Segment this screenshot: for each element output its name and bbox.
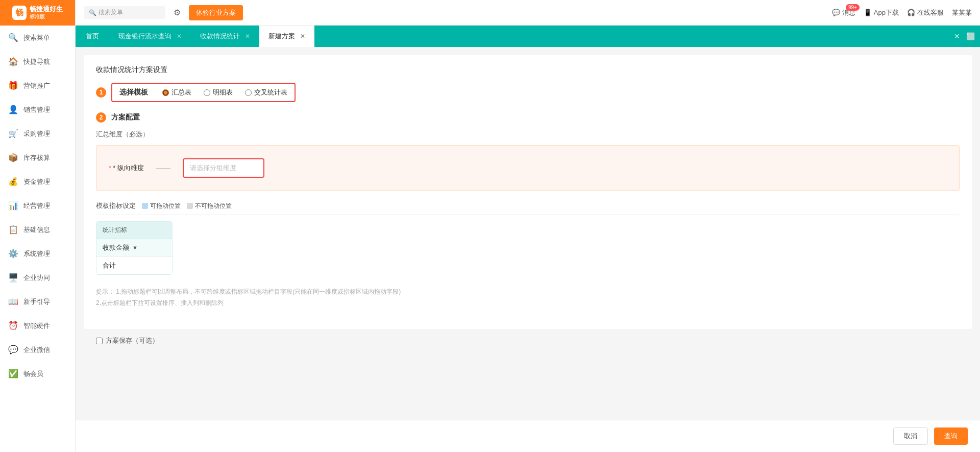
sidebar-item-system[interactable]: ⚙️ 系统管理 xyxy=(0,242,75,266)
check-icon: ✅ xyxy=(8,369,18,378)
notification-btn[interactable]: 💬 消息 99+ xyxy=(832,8,855,17)
radio-summary[interactable]: 汇总表 xyxy=(162,88,191,97)
page-content: 收款情况统计方案设置 1 选择模板 汇总表 xyxy=(76,47,980,420)
step1-header: 1 选择模板 汇总表 明细表 xyxy=(96,83,960,102)
sidebar-item-quicknav[interactable]: 🏠 快捷导航 xyxy=(0,50,75,74)
sidebar-item-basic[interactable]: 📋 基础信息 xyxy=(0,218,75,242)
step1-label: 选择模板 xyxy=(119,88,148,97)
window-controls: ✕ ⬜ xyxy=(949,32,980,40)
step1-number: 1 xyxy=(96,87,106,98)
sidebar-item-finance[interactable]: 💰 资金管理 xyxy=(0,170,75,194)
sidebar-item-member[interactable]: ✅ 畅会员 xyxy=(0,362,75,386)
sidebar-item-collab[interactable]: 🖥️ 企业协同 xyxy=(0,266,75,290)
chat-icon: 💬 xyxy=(8,345,18,354)
cart-icon: 🛒 xyxy=(8,129,18,138)
tab-close-receipts[interactable]: ✕ xyxy=(245,33,250,40)
indicator-table: 统计指标 收款金额 ▼ 合计 xyxy=(96,221,173,275)
settings-icon[interactable]: ⚙ xyxy=(174,8,181,17)
sidebar: 畅 畅捷通好生 标准版 🔍 搜索菜单 🏠 快捷导航 🎁 营销推广 👤 销售管理 … xyxy=(0,0,76,452)
headset-icon: 🎧 xyxy=(907,9,915,16)
sidebar-item-search[interactable]: 🔍 搜索菜单 xyxy=(0,26,75,50)
stats-label: 统计指标 xyxy=(96,222,172,239)
industry-btn[interactable]: 体验行业方案 xyxy=(189,5,243,20)
search-nav-icon: 🔍 xyxy=(8,33,18,42)
gear-nav-icon: ⚙️ xyxy=(8,249,18,258)
tip-1: 提示： 1.拖动标题栏可以调整布局，不可跨维度或指标区域拖动栏目字段(只能在同一… xyxy=(96,287,960,298)
user-icon: 👤 xyxy=(8,105,18,114)
sidebar-item-hardware[interactable]: ⏰ 智能硬件 xyxy=(0,314,75,338)
clock-icon: ⏰ xyxy=(8,321,18,330)
step1-section: 1 选择模板 汇总表 明细表 xyxy=(96,83,960,102)
sidebar-item-operation[interactable]: 📊 经营管理 xyxy=(0,194,75,218)
sidebar-item-marketing[interactable]: 🎁 营销推广 xyxy=(0,74,75,98)
gray-dot xyxy=(187,203,193,209)
service-btn[interactable]: 🎧 在线客服 xyxy=(907,8,944,17)
arrow-icon: —— xyxy=(156,164,170,172)
gift-icon: 🎁 xyxy=(8,81,18,90)
tip-2: 2.点击标题栏下拉可设置排序、插入列和删除列 xyxy=(96,298,960,309)
radio-detail[interactable]: 明细表 xyxy=(204,88,233,97)
footer-actions: 取消 查询 xyxy=(76,420,980,452)
dropdown-icon: ▼ xyxy=(132,245,138,251)
window-close-icon[interactable]: ✕ xyxy=(954,32,960,40)
money-icon: 💰 xyxy=(8,177,18,186)
summary-dim-label: 汇总维度（必选） xyxy=(96,130,960,139)
sidebar-item-wechat[interactable]: 💬 企业微信 xyxy=(0,338,75,362)
summary-dim-section: 汇总维度（必选） * * 纵向维度 —— 请选择分组维度 xyxy=(96,130,960,191)
topbar-actions: 💬 消息 99+ 📱 App下载 🎧 在线客服 某某某 xyxy=(832,8,972,17)
settings-card: 收款情况统计方案设置 1 选择模板 汇总表 xyxy=(84,55,972,329)
radio-cross[interactable]: 交叉统计表 xyxy=(245,88,287,97)
template-radio-group: 选择模板 汇总表 明细表 交叉统计表 xyxy=(111,83,296,102)
tab-newplan[interactable]: 新建方案 ✕ xyxy=(259,26,314,47)
sidebar-logo: 畅 畅捷通好生 标准版 xyxy=(0,0,75,26)
sidebar-item-guide[interactable]: 📖 新手引导 xyxy=(0,290,75,314)
indicator-section: 模板指标设定 可拖动位置 不可拖动位置 统计指标 xyxy=(96,201,960,276)
tab-bankflow[interactable]: 现金银行流水查询 ✕ xyxy=(109,26,191,47)
step2-section: 2 方案配置 汇总维度（必选） * * 纵向维度 —— xyxy=(96,112,960,308)
tab-home[interactable]: 首页 xyxy=(76,26,109,47)
chart-icon: 📊 xyxy=(8,201,18,210)
home-icon: 🏠 xyxy=(8,57,18,66)
content-area: 收款情况统计方案设置 1 选择模板 汇总表 xyxy=(76,47,980,452)
clipboard-icon: 📋 xyxy=(8,225,18,234)
logo-text: 畅捷通好生 标准版 xyxy=(30,5,63,20)
step2-header: 2 方案配置 xyxy=(96,112,960,123)
total-cell: 合计 xyxy=(96,256,172,274)
bell-icon: 💬 xyxy=(832,9,840,16)
vertical-label: * * 纵向维度 xyxy=(109,163,144,173)
query-button[interactable]: 查询 xyxy=(934,427,968,445)
cancel-button[interactable]: 取消 xyxy=(893,427,928,445)
window-expand-icon[interactable]: ⬜ xyxy=(966,32,975,40)
indicator-header: 模板指标设定 可拖动位置 不可拖动位置 xyxy=(96,201,960,215)
topbar: 🔍 搜索菜单 ⚙ 体验行业方案 💬 消息 99+ 📱 App下载 🎧 在线客服 … xyxy=(76,0,980,26)
draggable-badge: 可拖动位置 xyxy=(142,202,181,210)
tab-receipts[interactable]: 收款情况统计 ✕ xyxy=(191,26,259,47)
save-label: 方案保存（可选） xyxy=(106,336,159,345)
search-icon: 🔍 xyxy=(89,9,96,16)
blue-dot xyxy=(142,203,148,209)
save-option-section: 方案保存（可选） xyxy=(84,329,972,352)
user-name[interactable]: 某某某 xyxy=(952,8,972,17)
amount-cell[interactable]: 收款金额 ▼ xyxy=(96,239,172,256)
step2-number: 2 xyxy=(96,112,106,123)
monitor-icon: 🖥️ xyxy=(8,273,18,282)
sidebar-item-inventory[interactable]: 📦 库存核算 xyxy=(0,146,75,170)
step2-label: 方案配置 xyxy=(111,113,140,122)
box-icon: 📦 xyxy=(8,153,18,162)
sidebar-item-sales[interactable]: 👤 销售管理 xyxy=(0,98,75,122)
sidebar-nav: 🔍 搜索菜单 🏠 快捷导航 🎁 营销推广 👤 销售管理 🛒 采购管理 📦 库存核… xyxy=(0,26,75,452)
tab-close-bankflow[interactable]: ✕ xyxy=(177,33,182,40)
book-icon: 📖 xyxy=(8,297,18,306)
page-title: 收款情况统计方案设置 xyxy=(96,65,960,75)
tab-close-newplan[interactable]: ✕ xyxy=(300,33,305,40)
tips-section: 提示： 1.拖动标题栏可以调整布局，不可跨维度或指标区域拖动栏目字段(只能在同一… xyxy=(96,287,960,308)
tabbar: 首页 现金银行流水查询 ✕ 收款情况统计 ✕ 新建方案 ✕ ✕ ⬜ xyxy=(76,26,980,47)
non-draggable-badge: 不可拖动位置 xyxy=(187,202,232,210)
sidebar-item-purchase[interactable]: 🛒 采购管理 xyxy=(0,122,75,146)
save-checkbox[interactable] xyxy=(96,338,103,344)
main-area: 🔍 搜索菜单 ⚙ 体验行业方案 💬 消息 99+ 📱 App下载 🎧 在线客服 … xyxy=(76,0,980,452)
topbar-search[interactable]: 🔍 搜索菜单 xyxy=(84,6,165,19)
download-btn[interactable]: 📱 App下载 xyxy=(864,8,899,17)
logo-icon: 畅 xyxy=(12,6,27,20)
dim-selector[interactable]: 请选择分组维度 xyxy=(183,158,264,178)
